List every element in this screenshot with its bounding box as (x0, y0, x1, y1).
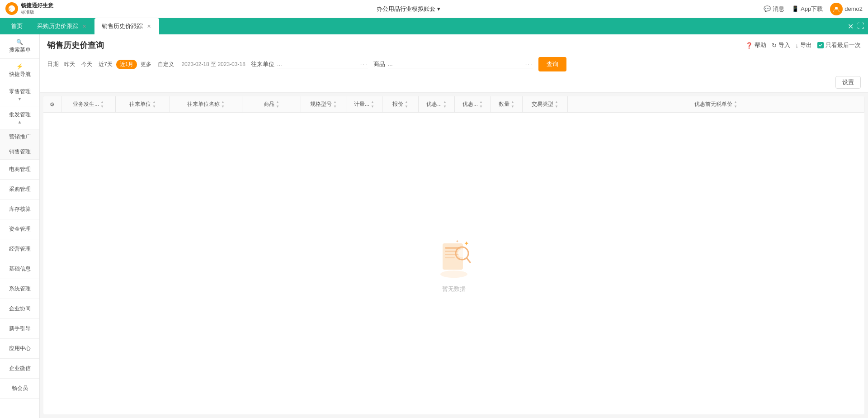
partner-filter-label: 往来单位 (251, 60, 274, 68)
retail-arrow-icon: ▼ (18, 96, 22, 101)
sort-date-icon: ▲▼ (100, 100, 104, 109)
date-buttons: 昨天 今天 近7天 近1月 更多 自定义 (61, 60, 177, 69)
sidebar-item-inventory[interactable]: 库存核算 (0, 200, 39, 219)
date-btn-today[interactable]: 今天 (79, 60, 95, 69)
sidebar-item-ecommerce[interactable]: 电商管理 (0, 160, 39, 180)
sidebar-item-wholesale[interactable]: 批发管理 ▲ (0, 106, 39, 129)
tab-sales-history[interactable]: 销售历史价跟踪 ✕ (94, 18, 159, 34)
logo-icon: 6 (5, 2, 18, 15)
th-product[interactable]: 商品 ▲▼ (242, 96, 301, 113)
page-actions: ❓ 帮助 ↻ 导入 ↓ 导出 只看最后一次 (745, 41, 861, 49)
product-input[interactable] (388, 61, 524, 67)
date-btn-7days[interactable]: 近7天 (96, 60, 115, 69)
content-area: 销售历史价查询 ❓ 帮助 ↻ 导入 ↓ 导出 (40, 34, 868, 418)
sort-disc2-icon: ▲▼ (479, 100, 483, 109)
sidebar-item-enterprise-coop[interactable]: 企业协同 (0, 299, 39, 319)
sidebar: 🔍 搜索菜单 ⚡ 快捷导航 零售管理 ▼ 批发管理 ▲ 营销推广 销售管理 电商… (0, 34, 40, 418)
user-area[interactable]: demo2 (830, 3, 863, 15)
sort-product-icon: ▲▼ (276, 100, 279, 109)
sidebar-item-search[interactable]: 🔍 搜索菜单 (0, 34, 39, 59)
sort-partner-id-icon: ▲▼ (152, 100, 156, 109)
sidebar-item-system[interactable]: 系统管理 (0, 279, 39, 299)
empty-state: ✦ ✦ 暂无数据 (43, 113, 864, 414)
page-title: 销售历史价查询 (47, 40, 104, 51)
top-bar-left: 6 畅捷通好生意 标准版 (5, 2, 53, 15)
help-btn[interactable]: ❓ 帮助 (745, 41, 766, 49)
close-tab-btn[interactable]: ✕ (848, 22, 854, 31)
th-spec[interactable]: 规格型号 ▲▼ (301, 96, 346, 113)
workspace-name: 办公用品行业模拟账套 (377, 5, 435, 13)
sidebar-item-marketing[interactable]: 营销推广 (0, 129, 39, 144)
sort-trade-icon: ▲▼ (555, 100, 558, 109)
sort-disc1-icon: ▲▼ (443, 100, 447, 109)
svg-line-11 (467, 258, 470, 262)
sidebar-item-vip[interactable]: 畅会员 (0, 379, 39, 399)
last-only-checkbox-label[interactable]: 只看最后一次 (817, 41, 861, 49)
workspace-area[interactable]: 办公用品行业模拟账套 ▾ (377, 5, 440, 13)
export-btn[interactable]: ↓ 导出 (796, 41, 812, 49)
app-download-action[interactable]: 📱 App下载 (792, 5, 823, 13)
sales-history-tab-label: 销售历史价跟踪 (102, 22, 143, 30)
avatar (830, 3, 843, 15)
maximize-tab-btn[interactable]: ⛶ (857, 22, 864, 30)
main-layout: 🔍 搜索菜单 ⚡ 快捷导航 零售管理 ▼ 批发管理 ▲ 营销推广 销售管理 电商… (0, 34, 868, 418)
product-input-area: ··· (388, 61, 533, 68)
tab-close-purchase[interactable]: ✕ (81, 23, 87, 29)
date-btn-more[interactable]: 更多 (138, 60, 154, 69)
tab-close-sales[interactable]: ✕ (146, 23, 152, 29)
top-bar: 6 畅捷通好生意 标准版 办公用品行业模拟账套 ▾ 💬 消息 📱 App下载 d… (0, 0, 868, 18)
date-btn-1month[interactable]: 近1月 (116, 60, 137, 69)
app-download-label: App下载 (801, 5, 823, 13)
query-button[interactable]: 查询 (538, 57, 566, 71)
th-gear[interactable]: ⚙ (43, 96, 61, 113)
search-icon: 🔍 (16, 39, 23, 45)
checkbox-checked-icon (817, 42, 824, 48)
tab-purchase-history[interactable]: 采购历史价跟踪 ✕ (30, 18, 94, 34)
tab-bar: 首页 采购历史价跟踪 ✕ 销售历史价跟踪 ✕ ✕ ⛶ (0, 18, 868, 34)
phone-icon: 📱 (792, 5, 799, 12)
sort-unit-icon: ▲▼ (371, 100, 374, 109)
partner-dots-icon: ··· (360, 61, 368, 67)
sidebar-item-sales-mgmt[interactable]: 销售管理 (0, 144, 39, 159)
settings-button[interactable]: 设置 (835, 76, 861, 89)
th-no-tax-price[interactable]: 优惠前无税单价 ▲▼ (568, 96, 864, 113)
th-disc2[interactable]: 优惠... ▲▼ (455, 96, 491, 113)
table-header: ⚙ 业务发生... ▲▼ 往来单位 ▲▼ 往来单位名称 ▲▼ 商品 ▲▼ (43, 96, 864, 113)
purchase-history-tab-label: 采购历史价跟踪 (37, 22, 78, 30)
th-unit[interactable]: 计量... ▲▼ (346, 96, 382, 113)
sidebar-item-shortcut[interactable]: ⚡ 快捷导航 (0, 59, 39, 83)
sidebar-item-operations[interactable]: 经营管理 (0, 239, 39, 259)
empty-illustration: ✦ ✦ (431, 234, 476, 280)
th-trade-type[interactable]: 交易类型 ▲▼ (523, 96, 568, 113)
sidebar-item-retail[interactable]: 零售管理 ▼ (0, 83, 39, 106)
sort-qty-icon: ▲▼ (511, 100, 514, 109)
date-btn-custom[interactable]: 自定义 (155, 60, 177, 69)
partner-input[interactable] (277, 61, 359, 67)
date-filter-group: 日期 昨天 今天 近7天 近1月 更多 自定义 2023-02-18 至 202… (47, 60, 245, 69)
import-btn[interactable]: ↻ 导入 (772, 41, 790, 49)
date-btn-yesterday[interactable]: 昨天 (61, 60, 78, 69)
sort-notax-icon: ▲▼ (734, 100, 737, 109)
tab-bar-right: ✕ ⛶ (848, 22, 864, 31)
page-title-row: 销售历史价查询 ❓ 帮助 ↻ 导入 ↓ 导出 (47, 40, 861, 51)
sidebar-item-finance[interactable]: 资金管理 (0, 219, 39, 239)
sidebar-item-purchase[interactable]: 采购管理 (0, 180, 39, 200)
export-icon: ↓ (796, 42, 799, 49)
th-partner-id[interactable]: 往来单位 ▲▼ (116, 96, 170, 113)
sidebar-item-app-center[interactable]: 应用中心 (0, 339, 39, 359)
message-action[interactable]: 💬 消息 (764, 5, 784, 13)
sidebar-item-wechat[interactable]: 企业微信 (0, 359, 39, 379)
sidebar-item-basic[interactable]: 基础信息 (0, 259, 39, 279)
svg-rect-7 (445, 254, 459, 255)
th-qty[interactable]: 数量 ▲▼ (491, 96, 523, 113)
sidebar-sub-wholesale: 营销推广 销售管理 (0, 129, 39, 160)
th-partner-name[interactable]: 往来单位名称 ▲▼ (170, 96, 242, 113)
th-disc1[interactable]: 优惠... ▲▼ (419, 96, 455, 113)
workspace-selector[interactable]: 办公用品行业模拟账套 ▾ (377, 5, 440, 13)
th-price[interactable]: 报价 ▲▼ (382, 96, 419, 113)
th-date[interactable]: 业务发生... ▲▼ (61, 96, 116, 113)
sidebar-item-guide[interactable]: 新手引导 (0, 319, 39, 339)
tab-home[interactable]: 首页 (4, 18, 30, 34)
chevron-down-icon: ▾ (437, 5, 440, 12)
empty-text: 暂无数据 (442, 285, 466, 293)
